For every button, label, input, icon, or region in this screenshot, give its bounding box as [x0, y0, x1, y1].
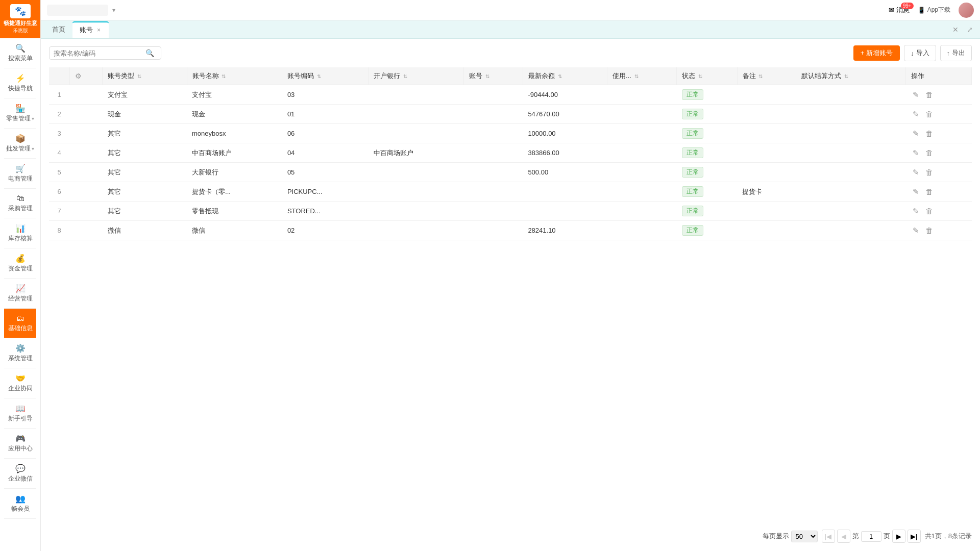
tab-account-close[interactable]: ×	[96, 27, 102, 34]
topbar-messages[interactable]: ✉ 消息 99+	[889, 6, 910, 15]
add-account-button[interactable]: + 新增账号	[853, 45, 900, 61]
table-row: 5 其它 大新银行 05 500.00 正常 ✎ 🗑	[49, 163, 972, 182]
cell-type: 其它	[103, 124, 187, 143]
col-code[interactable]: 账号编码 ⇅	[282, 67, 369, 85]
col-type[interactable]: 账号类型 ⇅	[103, 67, 187, 85]
delete-btn-8[interactable]: 🗑	[923, 226, 935, 235]
topbar-search-input[interactable]	[51, 7, 97, 14]
cell-index: 7	[49, 202, 69, 221]
sidebar-item-经营管理[interactable]: 📈经营管理	[4, 279, 37, 309]
col-bank[interactable]: 开户银行 ⇅	[369, 67, 464, 85]
topbar-search[interactable]	[47, 5, 108, 16]
tab-fullscreen-btn[interactable]: ⤢	[964, 23, 976, 36]
status-badge: 正常	[682, 89, 703, 100]
cell-type: 其它	[103, 143, 187, 163]
col-settings[interactable]: ⚙	[69, 67, 103, 85]
edit-btn-4[interactable]: ✎	[911, 148, 921, 158]
status-badge: 正常	[682, 225, 703, 236]
sidebar-item-快捷导航[interactable]: ⚡快捷导航	[4, 68, 37, 98]
cell-status: 正常	[677, 221, 737, 240]
delete-btn-6[interactable]: 🗑	[923, 187, 935, 196]
sidebar-item-应用中心[interactable]: 🎮应用中心	[4, 429, 37, 459]
sidebar-item-电商管理[interactable]: 🛒电商管理	[4, 159, 37, 189]
cell-status: 正常	[677, 143, 737, 163]
prev-page-btn[interactable]: ◀	[837, 530, 850, 543]
edit-btn-6[interactable]: ✎	[911, 187, 921, 196]
sidebar-item-资金管理[interactable]: 💰资金管理	[4, 248, 37, 279]
sidebar-item-基础信息[interactable]: 🗂基础信息	[4, 309, 37, 338]
sidebar-label-7: 资金管理	[8, 265, 33, 272]
delete-btn-7[interactable]: 🗑	[923, 207, 935, 215]
sidebar-item-系统管理[interactable]: ⚙️系统管理	[4, 338, 37, 368]
page-unit-label: 页	[884, 532, 890, 541]
user-avatar[interactable]	[959, 3, 974, 18]
col-balance[interactable]: 最新余额 ⇅	[523, 67, 607, 85]
col-status[interactable]: 状态 ⇅	[677, 67, 737, 85]
cell-bank	[369, 221, 464, 240]
sidebar-item-搜索菜单[interactable]: 🔍搜索菜单	[4, 38, 37, 68]
delete-btn-4[interactable]: 🗑	[923, 148, 935, 157]
sidebar-item-采购管理[interactable]: 🛍采购管理	[4, 189, 37, 218]
delete-btn-1[interactable]: 🗑	[923, 90, 935, 99]
delete-btn-3[interactable]: 🗑	[923, 129, 935, 138]
cell-default-settlement	[796, 105, 906, 124]
col-action: 操作	[905, 67, 971, 85]
app-download-label: App下载	[927, 6, 950, 14]
sidebar-item-企业协同[interactable]: 🤝企业协同	[4, 368, 37, 398]
export-button[interactable]: ↑ 导出	[940, 45, 972, 61]
cell-default-settlement	[796, 202, 906, 221]
cell-account	[464, 202, 523, 221]
cell-index: 6	[49, 182, 69, 202]
cell-index: 5	[49, 163, 69, 182]
search-box[interactable]: 🔍	[49, 46, 161, 60]
next-page-btn[interactable]: ▶	[892, 530, 905, 543]
edit-btn-1[interactable]: ✎	[911, 90, 921, 99]
first-page-btn[interactable]: |◀	[822, 530, 835, 543]
col-default-settlement[interactable]: 默认结算方式 ⇅	[796, 67, 906, 85]
col-account[interactable]: 账号 ⇅	[464, 67, 523, 85]
table-row: 8 微信 微信 02 28241.10 正常 ✎ 🗑	[49, 221, 972, 240]
sidebar-item-零售管理[interactable]: 🏪零售管理 ▾	[4, 98, 37, 129]
sidebar-item-批发管理[interactable]: 📦批发管理 ▾	[4, 129, 37, 159]
col-index	[49, 67, 69, 85]
topbar-dropdown-arrow[interactable]: ▾	[112, 7, 115, 14]
sidebar-item-企业微信[interactable]: 💬企业微信	[4, 459, 37, 489]
table-header-row: ⚙ 账号类型 ⇅ 账号名称 ⇅ 账号编码 ⇅ 开户银行 ⇅ 账号 ⇅ 最新余额 …	[49, 67, 972, 85]
sidebar-item-新手引导[interactable]: 📖新手引导	[4, 398, 37, 429]
edit-btn-5[interactable]: ✎	[911, 168, 921, 177]
delete-btn-5[interactable]: 🗑	[923, 168, 935, 177]
search-icon[interactable]: 🔍	[145, 49, 154, 57]
tab-home[interactable]: 首页	[45, 22, 72, 37]
col-usage[interactable]: 使用... ⇅	[607, 67, 677, 85]
app-logo[interactable]: 🐾 畅捷通好生意 乐惠版	[0, 0, 40, 38]
tab-account[interactable]: 账号 ×	[72, 21, 109, 38]
tab-close-all-btn[interactable]: ✕	[949, 23, 962, 36]
col-note[interactable]: 备注 ⇅	[737, 67, 796, 85]
last-page-btn[interactable]: ▶|	[908, 530, 921, 543]
edit-btn-7[interactable]: ✎	[911, 207, 921, 216]
edit-btn-3[interactable]: ✎	[911, 129, 921, 138]
cell-usage	[607, 202, 677, 221]
page-number-input[interactable]	[861, 531, 881, 542]
cell-note: 提货卡	[737, 182, 796, 202]
per-page-select[interactable]: 50 100 200	[791, 531, 818, 542]
search-input[interactable]	[54, 49, 145, 57]
page-size-selector[interactable]: 每页显示 50 100 200	[763, 531, 818, 542]
sidebar-label-0: 搜索菜单	[8, 55, 33, 62]
col-name[interactable]: 账号名称 ⇅	[187, 67, 282, 85]
edit-btn-2[interactable]: ✎	[911, 110, 921, 119]
import-button[interactable]: ↓ 导入	[904, 45, 936, 61]
sidebar-item-畅会员[interactable]: 👥畅会员	[4, 489, 37, 519]
cell-type: 其它	[103, 182, 187, 202]
delete-btn-2[interactable]: 🗑	[923, 110, 935, 118]
status-badge: 正常	[682, 206, 703, 216]
edit-btn-8[interactable]: ✎	[911, 226, 921, 235]
sidebar-item-库存核算[interactable]: 📊库存核算	[4, 218, 37, 248]
cell-balance: 10000.00	[523, 124, 607, 143]
app-download-btn[interactable]: 📱 App下载	[918, 6, 950, 14]
sidebar-label-13: 应用中心	[8, 445, 33, 452]
cell-balance: 28241.10	[523, 221, 607, 240]
cell-action: ✎ 🗑	[905, 182, 971, 202]
cell-bank	[369, 85, 464, 105]
import-label: 导入	[916, 48, 929, 58]
